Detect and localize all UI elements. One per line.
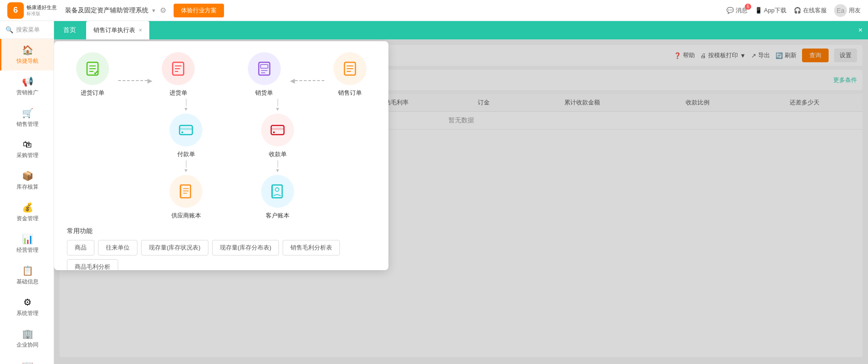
- common-functions: 常用功能 商品 往来单位 现存量(库存状况表) 现存量(库存分布表) 销售毛利分…: [67, 227, 376, 270]
- sidebar-item-system[interactable]: ⚙ 系统管理: [0, 291, 54, 323]
- flow-node-receipt-bill[interactable]: 收款单: [250, 114, 305, 158]
- sidebar-label-basics: 基础信息: [16, 278, 38, 286]
- sidebar-search[interactable]: 🔍 搜索菜单: [0, 21, 54, 39]
- search-label: 搜索菜单: [16, 26, 40, 34]
- sidebar-label-operations: 经营管理: [16, 246, 38, 254]
- flow-label-receipt-bill: 收款单: [269, 150, 287, 158]
- svg-rect-28: [271, 186, 273, 197]
- user-action[interactable]: Ea 用友: [834, 4, 861, 17]
- sales-bill-icon: [248, 52, 281, 85]
- system-icon: ⚙: [23, 297, 32, 308]
- customer-ledger-icon: [261, 175, 294, 208]
- flow-node-sales-order[interactable]: 销售订单: [324, 52, 376, 97]
- svg-rect-22: [180, 185, 191, 198]
- sidebar-item-beginner[interactable]: 📖 新手引导: [0, 354, 54, 364]
- quick-guide-panel: 进货订单 ▶ 进: [54, 41, 388, 270]
- flow-label-purchase-order: 进货订单: [81, 89, 104, 97]
- system-name: 装备及固定资产辅助管理系统 ▼: [65, 6, 156, 15]
- svg-point-21: [273, 131, 275, 133]
- online-service-label: 在线客服: [803, 6, 827, 15]
- system-dropdown-icon[interactable]: ▼: [151, 8, 156, 13]
- online-service-action[interactable]: 🎧 在线客服: [794, 6, 827, 15]
- enterprise-icon: 🏢: [22, 328, 33, 339]
- sidebar-item-inventory[interactable]: 📦 库存核算: [0, 165, 54, 196]
- logo-name: 畅康通好生意: [27, 4, 57, 11]
- app-download-label: App下载: [764, 6, 786, 15]
- app-download-action[interactable]: 📱 App下载: [755, 6, 786, 15]
- fn-btn-partner[interactable]: 往来单位: [98, 240, 137, 255]
- quick-guide-overlay: 进货订单 ▶ 进: [54, 39, 868, 364]
- flow-node-purchase-order[interactable]: 进货订单: [67, 52, 118, 97]
- svg-rect-17: [180, 128, 192, 130]
- message-icon: 💬: [726, 7, 734, 14]
- function-buttons-row: 商品 往来单位 现存量(库存状况表) 现存量(库存分布表) 销售毛利分析表 商品…: [67, 240, 376, 270]
- sidebar-label-sales: 销售管理: [16, 120, 38, 128]
- flow-label-purchase-bill: 进货单: [169, 89, 187, 97]
- service-icon: 🎧: [794, 7, 801, 14]
- sidebar-item-purchase[interactable]: 🛍 采购管理: [0, 134, 54, 165]
- tab-sales-order-exec[interactable]: 销售订单执行表 ×: [86, 21, 149, 39]
- logo-area: 6 畅康通好生意 标准版: [7, 2, 61, 19]
- flow-label-supplier-ledger: 供应商账本: [171, 212, 201, 220]
- sidebar-item-enterprise[interactable]: 🏢 企业协同: [0, 323, 54, 354]
- flow-node-purchase-bill[interactable]: 进货单: [153, 52, 204, 97]
- fn-btn-product-margin[interactable]: 商品毛利分析: [67, 259, 118, 270]
- sidebar-label-system: 系统管理: [16, 310, 38, 317]
- basics-icon: 📋: [22, 265, 33, 276]
- purchase-icon: 🛍: [23, 139, 32, 150]
- flow-node-sales-bill[interactable]: 销货单: [238, 52, 289, 97]
- svg-rect-8: [259, 62, 270, 75]
- settings-icon[interactable]: ⚙: [160, 6, 166, 15]
- trial-button[interactable]: 体验行业方案: [174, 4, 224, 17]
- svg-rect-20: [271, 128, 284, 130]
- flow-label-sales-bill: 销货单: [255, 89, 273, 97]
- sales-order-icon: [333, 52, 366, 85]
- message-action[interactable]: 💬 消息 6: [726, 6, 748, 15]
- fn-btn-stock-status[interactable]: 现存量(库存状况表): [141, 240, 208, 255]
- sidebar-label-purchase: 采购管理: [16, 152, 38, 159]
- fn-btn-product[interactable]: 商品: [67, 240, 94, 255]
- sidebar-label-marketing: 营销推广: [16, 89, 38, 97]
- purchase-order-icon: [76, 52, 109, 85]
- message-badge: 6: [745, 4, 751, 10]
- fn-btn-sales-margin[interactable]: 销售毛利分析表: [283, 240, 340, 255]
- svg-point-18: [181, 131, 183, 133]
- download-icon: 📱: [755, 7, 762, 14]
- close-all-tabs-icon[interactable]: ×: [853, 26, 868, 34]
- purchase-bill-icon: [162, 52, 195, 85]
- flow-node-supplier-ledger[interactable]: 供应商账本: [158, 175, 213, 220]
- sidebar-item-basics[interactable]: 📋 基础信息: [0, 260, 54, 291]
- tab-close-icon[interactable]: ×: [139, 27, 142, 33]
- search-icon: 🔍: [5, 26, 13, 33]
- flow-label-sales-order: 销售订单: [338, 89, 362, 97]
- tab-home[interactable]: 首页: [54, 21, 85, 39]
- svg-rect-9: [261, 65, 268, 68]
- receipt-bill-icon: [261, 114, 294, 147]
- supplier-ledger-icon: [169, 175, 202, 208]
- payment-bill-icon: [169, 114, 202, 147]
- tab-bar: 首页 销售订单执行表 × ×: [54, 21, 868, 39]
- sidebar-label-enterprise: 企业协同: [16, 341, 38, 349]
- sidebar-item-finance[interactable]: 💰 资金管理: [0, 196, 54, 228]
- page-content: ❓ 帮助 🖨 按模板打印 ▼ ↗ 导出 🔄 刷新: [54, 39, 868, 364]
- fn-btn-stock-dist[interactable]: 现存量(库存分布表): [212, 240, 279, 255]
- flow-label-payment-bill: 付款单: [177, 150, 195, 158]
- flow-node-customer-ledger[interactable]: 客户账本: [250, 175, 305, 220]
- sidebar-label-inventory: 库存核算: [16, 183, 38, 191]
- quick-nav-icon: 🏠: [22, 44, 33, 55]
- flow-node-payment-bill[interactable]: 付款单: [158, 114, 213, 158]
- sidebar-item-quick-nav[interactable]: 🏠 快捷导航: [0, 39, 54, 71]
- marketing-icon: 📢: [22, 76, 33, 87]
- logo-icon: 6: [7, 2, 24, 19]
- inventory-icon: 📦: [22, 170, 33, 181]
- sales-icon: 🛒: [22, 108, 33, 119]
- common-functions-title: 常用功能: [67, 227, 376, 235]
- username: 用友: [849, 6, 861, 15]
- sidebar: 🔍 搜索菜单 🏠 快捷导航 📢 营销推广 🛒 销售管理 🛍 采购管理 📦: [0, 21, 54, 364]
- sidebar-item-operations[interactable]: 📊 经营管理: [0, 228, 54, 260]
- flow-label-customer-ledger: 客户账本: [266, 212, 289, 220]
- sidebar-item-sales[interactable]: 🛒 销售管理: [0, 102, 54, 134]
- sidebar-item-marketing[interactable]: 📢 营销推广: [0, 71, 54, 102]
- svg-rect-23: [180, 186, 181, 197]
- sidebar-label-finance: 资金管理: [16, 215, 38, 223]
